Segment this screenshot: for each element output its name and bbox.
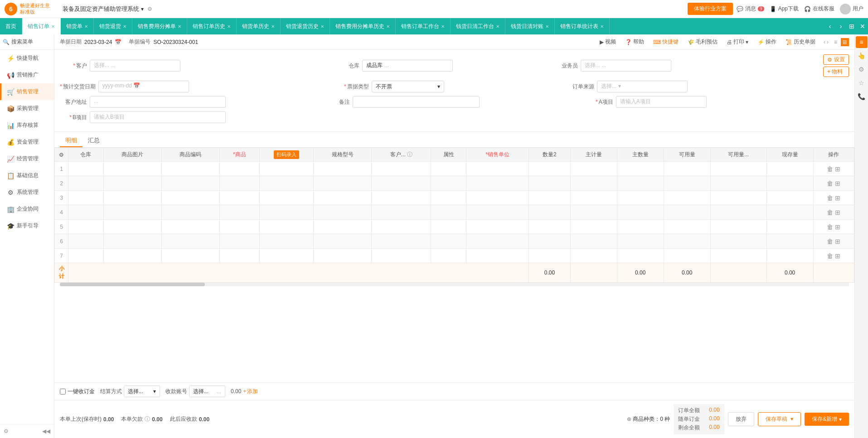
shortcut-btn[interactable]: ⌨ 快捷键 bbox=[650, 37, 681, 47]
delete-icon[interactable]: 🗑 bbox=[827, 238, 833, 245]
tab-order-history[interactable]: 销售订单历史 ✕ bbox=[187, 18, 237, 34]
tab-return[interactable]: 销货退货 ✕ bbox=[94, 18, 132, 34]
tab-close-icon[interactable]: ✕ bbox=[227, 24, 231, 29]
help-btn[interactable]: ❓ 帮助 bbox=[622, 37, 647, 47]
tab-summary[interactable]: 汇总 bbox=[82, 135, 105, 147]
operation-btn[interactable]: ⚡ 操作 bbox=[755, 37, 779, 47]
tab-home[interactable]: 首页 bbox=[0, 18, 22, 34]
sidebar-item-quicknav[interactable]: ⚡ 快捷导航 bbox=[0, 50, 54, 67]
save-new-btn[interactable]: 保存&新增 ▾ bbox=[805, 413, 849, 426]
nav-more-btn[interactable]: ⊞ bbox=[846, 18, 857, 34]
dropdown-icon[interactable]: ▾ bbox=[839, 416, 842, 423]
settlement-select[interactable]: 选择... ▾ bbox=[124, 385, 160, 397]
copy-icon[interactable]: ⊞ bbox=[835, 209, 840, 216]
delete-icon[interactable]: 🗑 bbox=[827, 165, 833, 173]
profit-btn[interactable]: 🌾 毛利预估 bbox=[685, 37, 720, 47]
customer-address-input[interactable]: ... bbox=[90, 96, 226, 108]
view-btn[interactable]: ▶ 视频 bbox=[597, 37, 619, 47]
scrollbar-thumb[interactable] bbox=[60, 283, 205, 286]
dropdown-icon[interactable]: ▾ bbox=[790, 416, 793, 422]
copy-icon[interactable]: ⊞ bbox=[835, 194, 840, 202]
delete-icon[interactable]: 🗑 bbox=[827, 252, 833, 260]
add-material-btn[interactable]: + 物料 bbox=[823, 67, 849, 77]
nav-next-btn[interactable]: › bbox=[835, 18, 846, 34]
info-icon[interactable]: ⓘ bbox=[145, 415, 150, 423]
account-select[interactable]: 选择... ... bbox=[189, 385, 225, 397]
tab-workbench[interactable]: 销售订单工作台 ✕ bbox=[396, 18, 451, 34]
tab-sales-order[interactable]: 销售订单 ✕ bbox=[22, 18, 61, 34]
system-selector[interactable]: 装备及固定资产辅助管理系统 ▾ ⚙ bbox=[63, 5, 684, 13]
note-input[interactable] bbox=[353, 96, 480, 108]
tab-close-icon[interactable]: ✕ bbox=[51, 24, 55, 29]
delete-icon[interactable]: 🗑 bbox=[827, 194, 833, 202]
sidebar-search[interactable]: 🔍 搜索菜单 bbox=[0, 34, 54, 50]
delete-icon[interactable]: 🗑 bbox=[827, 223, 833, 231]
tab-close-icon[interactable]: ✕ bbox=[386, 24, 390, 29]
tab-cashflow-verify[interactable]: 钱货日清对账 ✕ bbox=[505, 18, 555, 34]
online-support-item[interactable]: 🎧 在线客服 bbox=[804, 5, 834, 13]
sidebar-item-purchase[interactable]: 📦 采购管理 bbox=[0, 100, 54, 117]
tab-close-icon[interactable]: ✕ bbox=[600, 24, 604, 29]
sidebar-item-sales[interactable]: 🛒 销售管理 bbox=[0, 83, 54, 100]
b-project-input[interactable]: 请输入B项目 bbox=[90, 111, 226, 123]
tab-close-icon[interactable]: ✕ bbox=[271, 24, 275, 29]
view-toggle-grid[interactable]: ⊞ bbox=[841, 38, 849, 46]
history-btn[interactable]: 📜 历史单据 bbox=[783, 37, 818, 47]
tab-stats[interactable]: 销售订单统计表 ✕ bbox=[555, 18, 610, 34]
nav-prev-record[interactable]: ‹ bbox=[824, 39, 825, 45]
sidebar-item-system[interactable]: ⚙ 系统管理 bbox=[0, 184, 54, 201]
print-btn[interactable]: 🖨 打印 ▾ bbox=[724, 37, 751, 47]
horizontal-scrollbar[interactable] bbox=[60, 283, 849, 286]
right-panel-star-icon[interactable]: ☆ bbox=[856, 77, 868, 89]
tab-close-icon[interactable]: ✕ bbox=[545, 24, 549, 29]
user-avatar[interactable]: 用户 bbox=[840, 4, 863, 14]
add-account-btn[interactable]: + 添加 bbox=[243, 388, 258, 395]
info-icon[interactable]: ⓘ bbox=[407, 151, 412, 158]
tab-detail[interactable]: 明细 bbox=[60, 135, 82, 147]
salesperson-input[interactable]: 选择... ... bbox=[581, 60, 671, 72]
sidebar-settings-btn[interactable]: ⚙ bbox=[4, 428, 9, 434]
right-panel-phone-icon[interactable]: 📞 bbox=[856, 91, 868, 102]
col-settings[interactable]: ⚙ bbox=[55, 148, 68, 162]
right-panel-fingerprint-icon[interactable]: 👆 bbox=[856, 50, 868, 62]
industry-btn[interactable]: 体验行业方案 bbox=[688, 3, 733, 15]
copy-icon[interactable]: ⊞ bbox=[835, 223, 840, 231]
delete-icon[interactable]: 🗑 bbox=[827, 209, 833, 216]
warehouse-input[interactable]: 成品库 ... bbox=[362, 60, 453, 72]
nav-close-btn[interactable]: ✕ bbox=[857, 18, 868, 34]
sidebar-collapse-btn[interactable]: ◀◀ bbox=[42, 428, 50, 434]
sidebar-item-marketing[interactable]: 📢 营销推广 bbox=[0, 67, 54, 83]
tab-close-icon[interactable]: ✕ bbox=[496, 24, 499, 29]
copy-icon[interactable]: ⊞ bbox=[835, 165, 840, 173]
nav-next-record[interactable]: › bbox=[827, 39, 829, 45]
sidebar-item-enterprise[interactable]: 🏢 企业协同 bbox=[0, 201, 54, 217]
sidebar-item-finance[interactable]: 💰 资金管理 bbox=[0, 134, 54, 150]
sidebar-item-operations[interactable]: 📈 经营管理 bbox=[0, 150, 54, 167]
tab-close-icon[interactable]: ✕ bbox=[320, 24, 324, 29]
nav-prev-btn[interactable]: ‹ bbox=[824, 18, 835, 34]
discard-btn[interactable]: 放弃 bbox=[728, 412, 754, 426]
app-download-item[interactable]: 📱 App下载 bbox=[770, 5, 799, 13]
tab-close-icon[interactable]: ✕ bbox=[178, 24, 181, 29]
calendar-icon[interactable]: 📅 bbox=[115, 39, 121, 45]
view-toggle-list[interactable]: ≡ bbox=[834, 39, 837, 45]
print-dropdown-icon[interactable]: ▾ bbox=[746, 39, 748, 45]
copy-icon[interactable]: ⊞ bbox=[835, 238, 840, 245]
tab-goods-history[interactable]: 销货单历史 ✕ bbox=[237, 18, 281, 34]
copy-icon[interactable]: ⊞ bbox=[835, 252, 840, 260]
a-project-input[interactable]: 请输入A项目 bbox=[616, 96, 707, 108]
tab-cashflow[interactable]: 钱货日清工作台 ✕ bbox=[451, 18, 505, 34]
tab-close-icon[interactable]: ✕ bbox=[123, 24, 126, 29]
delivery-date-input[interactable]: yyyy-mm-dd 📅 bbox=[98, 81, 189, 92]
tab-expense[interactable]: 销售费用分摊单 ✕ bbox=[132, 18, 187, 34]
tab-sales-goods[interactable]: 销货单 ✕ bbox=[61, 18, 94, 34]
settings-btn[interactable]: ⚙ 设置 bbox=[823, 54, 849, 65]
copy-icon[interactable]: ⊞ bbox=[835, 180, 840, 187]
settings-icon[interactable]: ⚙ bbox=[147, 6, 152, 12]
sidebar-item-inventory[interactable]: 📊 库存核算 bbox=[0, 117, 54, 134]
tab-expense-history[interactable]: 销售费用分摊单历史 ✕ bbox=[330, 18, 396, 34]
notification-item[interactable]: 💬 消息 9 bbox=[737, 5, 764, 13]
tab-close-icon[interactable]: ✕ bbox=[84, 24, 88, 29]
system-dropdown-icon[interactable]: ▾ bbox=[141, 6, 144, 12]
sidebar-item-guide[interactable]: 🎓 新手引导 bbox=[0, 217, 54, 234]
